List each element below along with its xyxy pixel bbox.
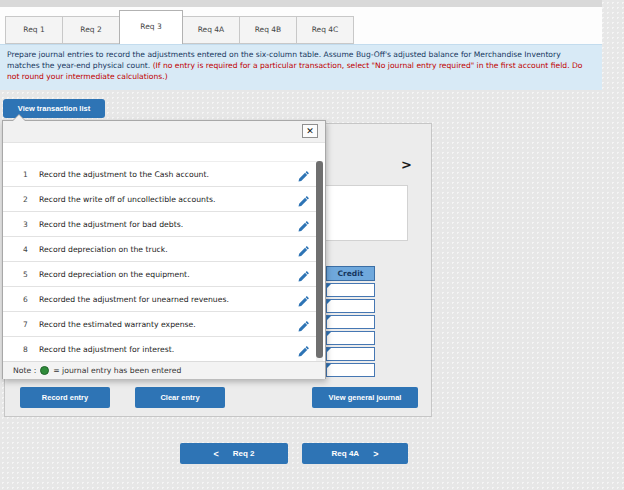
tab-bar: Req 1 Req 2 Req 3 Req 4A Req 4B Req 4C [0, 7, 602, 44]
credit-input-cell[interactable] [326, 331, 375, 345]
transaction-number: 3 [23, 220, 39, 229]
cell-corner-marker-icon [327, 284, 331, 288]
note-prefix: Note : [13, 366, 36, 375]
tab-req-4b[interactable]: Req 4B [239, 16, 297, 44]
transaction-description: Record the write off of uncollectible ac… [39, 195, 297, 204]
transaction-number: 4 [23, 245, 39, 254]
edit-pencil-icon[interactable] [297, 268, 310, 281]
cell-corner-marker-icon [327, 300, 331, 304]
close-icon[interactable]: ✕ [302, 124, 318, 138]
transaction-number: 2 [23, 195, 39, 204]
edit-pencil-icon[interactable] [297, 293, 310, 306]
cell-corner-marker-icon [327, 316, 331, 320]
entry-legend-note: Note : = journal entry has been entered [3, 361, 325, 379]
tab-req-4c[interactable]: Req 4C [296, 16, 354, 44]
transaction-number: 5 [23, 270, 39, 279]
next-req-label: Req 4A [332, 449, 360, 458]
transaction-description: Record the estimated warranty expense. [39, 320, 297, 329]
transaction-row[interactable]: 5 Record depreciation on the equipment. [3, 262, 319, 287]
transaction-row[interactable]: 3 Record the adjustment for bad debts. [3, 212, 319, 237]
credit-input-cell[interactable] [326, 283, 375, 297]
cell-corner-marker-icon [327, 332, 331, 336]
tab-req-3[interactable]: Req 3 [119, 10, 183, 44]
transaction-row[interactable]: 6 Recorded the adjustment for unearned r… [3, 287, 319, 312]
instruction-banner: Prepare journal entries to record the ad… [0, 44, 602, 90]
transaction-number: 7 [23, 320, 39, 329]
top-window-bar [0, 0, 602, 7]
chevron-left-icon: < [213, 449, 218, 459]
view-general-journal-button[interactable]: View general journal [312, 387, 418, 408]
cell-corner-marker-icon [327, 348, 331, 352]
transaction-row[interactable]: 7 Record the estimated warranty expense. [3, 312, 319, 337]
edit-pencil-icon[interactable] [297, 218, 310, 231]
transaction-description: Record depreciation on the truck. [39, 245, 297, 254]
credit-input-cell[interactable] [326, 299, 375, 313]
tab-req-1[interactable]: Req 1 [5, 16, 63, 44]
transaction-row[interactable]: 8 Record the adjustment for interest. [3, 337, 319, 362]
expand-chevron-icon[interactable]: > [401, 157, 412, 172]
credit-input-cell[interactable] [326, 347, 375, 361]
transaction-list: 1 Record the adjustment to the Cash acco… [3, 161, 319, 362]
transaction-row[interactable]: 4 Record depreciation on the truck. [3, 237, 319, 262]
popup-scrollbar-thumb[interactable] [316, 161, 323, 358]
edit-pencil-icon[interactable] [297, 343, 310, 356]
transaction-number: 8 [23, 345, 39, 354]
popup-header: ✕ [3, 121, 325, 143]
transaction-description: Recorded the adjustment for unearned rev… [39, 295, 297, 304]
transaction-description: Record depreciation on the equipment. [39, 270, 297, 279]
clear-entry-button[interactable]: Clear entry [135, 387, 225, 408]
note-legend: = journal entry has been entered [53, 366, 181, 375]
chevron-right-icon: > [373, 449, 378, 459]
credit-column-header: Credit [326, 266, 375, 281]
edit-pencil-icon[interactable] [297, 193, 310, 206]
transaction-number: 1 [23, 170, 39, 179]
tab-req-2[interactable]: Req 2 [62, 16, 120, 44]
transaction-row[interactable]: 1 Record the adjustment to the Cash acco… [3, 162, 319, 187]
next-req-button[interactable]: Req 4A > [302, 443, 408, 464]
credit-column: Credit [326, 266, 375, 377]
cell-corner-marker-icon [327, 364, 331, 368]
transaction-description: Record the adjustment to the Cash accoun… [39, 170, 297, 179]
transaction-row[interactable]: 2 Record the write off of uncollectible … [3, 187, 319, 212]
entry-entered-dot-icon [40, 366, 49, 375]
transaction-list-popup: ✕ 1 Record the adjustment to the Cash ac… [2, 120, 326, 379]
credit-input-cell[interactable] [326, 363, 375, 377]
prev-req-label: Req 2 [233, 449, 255, 458]
transaction-description: Record the adjustment for bad debts. [39, 220, 297, 229]
edit-pencil-icon[interactable] [297, 243, 310, 256]
edit-pencil-icon[interactable] [297, 318, 310, 331]
credit-input-cell[interactable] [326, 315, 375, 329]
transaction-description: Record the adjustment for interest. [39, 345, 297, 354]
tab-req-4a[interactable]: Req 4A [182, 16, 240, 44]
transaction-number: 6 [23, 295, 39, 304]
record-entry-button[interactable]: Record entry [20, 387, 110, 408]
prev-req-button[interactable]: < Req 2 [180, 443, 288, 464]
edit-pencil-icon[interactable] [297, 168, 310, 181]
